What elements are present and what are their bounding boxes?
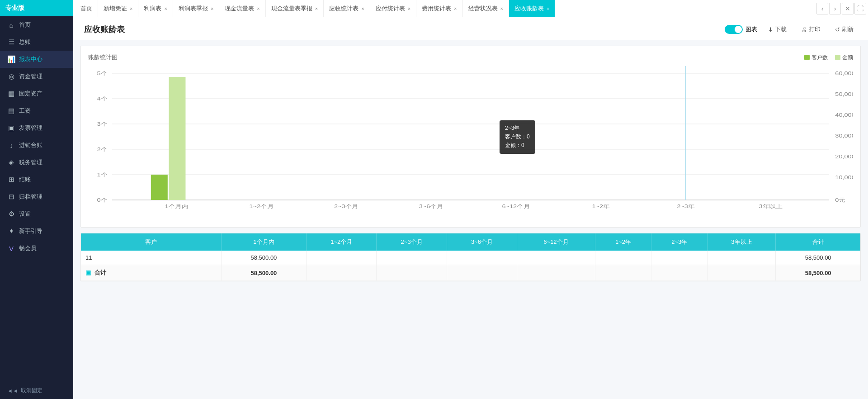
print-button[interactable]: 🖨 打印	[797, 24, 824, 35]
tab-close-icon[interactable]: ×	[257, 6, 259, 11]
tab-close-icon[interactable]: ×	[164, 6, 167, 11]
ledger-icon: ☰	[7, 38, 15, 46]
tax-icon: ◈	[7, 158, 15, 166]
bar-customer-0	[151, 175, 168, 200]
cell-total: 58,500.00	[776, 251, 860, 265]
tab-close-icon[interactable]: ×	[547, 6, 549, 11]
sidebar-item-salary[interactable]: ▤ 工资	[0, 102, 73, 119]
pin-icon: ◄◄	[7, 388, 18, 394]
sidebar-item-label: 固定资产	[19, 90, 42, 98]
chart-toggle[interactable]: 图表	[725, 25, 757, 34]
cell-customer: 11	[81, 251, 221, 265]
tab-close-icon[interactable]: ×	[130, 6, 132, 11]
tab-close-icon[interactable]: ×	[361, 6, 364, 11]
unpin-button[interactable]: ◄◄ 取消固定	[0, 382, 73, 399]
assets-icon: ▦	[7, 90, 15, 98]
legend-amount-label: 金额	[842, 54, 853, 62]
page-header: 应收账龄表 图表 ⬇ 下载 🖨 打印 ↺ 刷新	[73, 17, 868, 40]
close-account-icon: ⊞	[7, 176, 15, 184]
sidebar: 专业版 ⌂ 首页 ☰ 总账 📊 报表中心 ◎ 资金管理 ▦ 固定资产 ▤ 工资 …	[0, 0, 73, 399]
tab-ar-aging[interactable]: 应收账龄表 ×	[509, 0, 555, 17]
sidebar-item-home[interactable]: ⌂ 首页	[0, 16, 73, 33]
svg-text:5个: 5个	[97, 71, 108, 76]
page-title: 应收账龄表	[84, 24, 717, 35]
svg-text:3年以上: 3年以上	[759, 204, 783, 209]
legend-customer: 客户数	[804, 54, 828, 62]
tab-close-icon[interactable]: ×	[500, 6, 503, 11]
tab-cashflow-quarterly[interactable]: 现金流量表季报 ×	[266, 0, 324, 17]
toggle-knob[interactable]	[725, 25, 743, 34]
refresh-button[interactable]: ↺ 刷新	[831, 24, 857, 35]
sidebar-item-settings[interactable]: ⚙ 设置	[0, 205, 73, 223]
sidebar-item-reports[interactable]: 📊 报表中心	[0, 51, 73, 68]
svg-text:2~3个月: 2~3个月	[334, 204, 359, 209]
total-3y-plus	[708, 265, 776, 281]
sidebar-item-label: 首页	[19, 21, 31, 29]
download-button[interactable]: ⬇ 下载	[764, 24, 790, 35]
chart-area: 5个 4个 3个 2个 1个 0个 60,000.00元 50,000.00元 …	[88, 66, 853, 220]
tab-profit-quarterly[interactable]: 利润表季报 ×	[173, 0, 219, 17]
sidebar-item-inventory[interactable]: ↕ 进销台账	[0, 137, 73, 154]
tab-home[interactable]: 首页	[75, 0, 98, 17]
tab-close-icon[interactable]: ×	[454, 6, 457, 11]
cell-2-3m	[377, 251, 447, 265]
tab-profit[interactable]: 利润表 ×	[138, 0, 173, 17]
sidebar-item-invoice[interactable]: ▣ 发票管理	[0, 119, 73, 137]
bar-amount-0	[169, 77, 185, 200]
total-3-6m	[447, 265, 517, 281]
close-tab-button[interactable]: ✕	[842, 3, 854, 14]
sidebar-item-capital[interactable]: ◎ 资金管理	[0, 68, 73, 85]
total-label: ▣ 合计	[81, 265, 221, 281]
tab-new-voucher[interactable]: 新增凭证 ×	[98, 0, 138, 17]
total-1m: 58,500.00	[221, 265, 306, 281]
cell-1-2y	[595, 251, 651, 265]
col-6-12m: 6~12个月	[517, 233, 595, 251]
gear-icon: ⚙	[7, 210, 15, 218]
tab-close-icon[interactable]: ×	[211, 6, 213, 11]
download-icon: ⬇	[768, 26, 773, 33]
sidebar-item-archive[interactable]: ⊟ 归档管理	[0, 188, 73, 205]
svg-text:6~12个月: 6~12个月	[502, 204, 530, 209]
tab-expense-stats[interactable]: 费用统计表 ×	[416, 0, 462, 17]
col-customer: 客户	[81, 233, 221, 251]
sidebar-item-label: 报表中心	[19, 55, 42, 63]
legend-customer-dot	[804, 55, 810, 60]
main-content: 首页 新增凭证 × 利润表 × 利润表季报 × 现金流量表 × 现金流量表季报 …	[73, 0, 868, 399]
tab-close-icon[interactable]: ×	[315, 6, 318, 11]
legend-amount-dot	[835, 55, 840, 60]
table-row: 11 58,500.00 58,500.00	[81, 251, 860, 265]
sidebar-item-guide[interactable]: ✦ 新手引导	[0, 223, 73, 240]
svg-text:1~2个月: 1~2个月	[249, 204, 274, 209]
tabs-bar: 首页 新增凭证 × 利润表 × 利润表季报 × 现金流量表 × 现金流量表季报 …	[73, 0, 868, 17]
cell-2-3y	[651, 251, 708, 265]
sidebar-item-assets[interactable]: ▦ 固定资产	[0, 85, 73, 102]
sidebar-item-close[interactable]: ⊞ 结账	[0, 171, 73, 188]
cell-3y-plus	[708, 251, 776, 265]
sidebar-item-label: 税务管理	[19, 158, 42, 166]
tab-ar-stats[interactable]: 应收统计表 ×	[324, 0, 370, 17]
tab-operations[interactable]: 经营状况表 ×	[463, 0, 509, 17]
sidebar-item-tax[interactable]: ◈ 税务管理	[0, 154, 73, 171]
tab-scroll-right-button[interactable]: ›	[829, 3, 841, 14]
bar-chart: 5个 4个 3个 2个 1个 0个 60,000.00元 50,000.00元 …	[88, 66, 853, 211]
col-1-2m: 1~2个月	[307, 233, 377, 251]
sidebar-item-vip[interactable]: V 畅会员	[0, 240, 73, 257]
total-6-12m	[517, 265, 595, 281]
total-2-3y	[651, 265, 708, 281]
tab-cashflow[interactable]: 现金流量表 ×	[219, 0, 265, 17]
tab-close-icon[interactable]: ×	[408, 6, 410, 11]
col-total: 合计	[776, 233, 860, 251]
table-header-row: 客户 1个月内 1~2个月 2~3个月 3~6个月 6~12个月 1~2年 2~…	[81, 233, 860, 251]
tab-ap-stats[interactable]: 应付统计表 ×	[370, 0, 416, 17]
total-total: 58,500.00	[776, 265, 860, 281]
cell-3-6m	[447, 251, 517, 265]
home-icon: ⌂	[7, 21, 15, 29]
table-section: 客户 1个月内 1~2个月 2~3个月 3~6个月 6~12个月 1~2年 2~…	[80, 233, 861, 281]
sidebar-item-ledger[interactable]: ☰ 总账	[0, 33, 73, 51]
col-3y-plus: 3年以上	[708, 233, 776, 251]
expand-button[interactable]: ⛶	[854, 3, 866, 14]
svg-text:3个: 3个	[97, 121, 108, 127]
tab-scroll-left-button[interactable]: ‹	[816, 3, 828, 14]
col-1-2y: 1~2年	[595, 233, 651, 251]
vip-icon: V	[7, 245, 15, 252]
